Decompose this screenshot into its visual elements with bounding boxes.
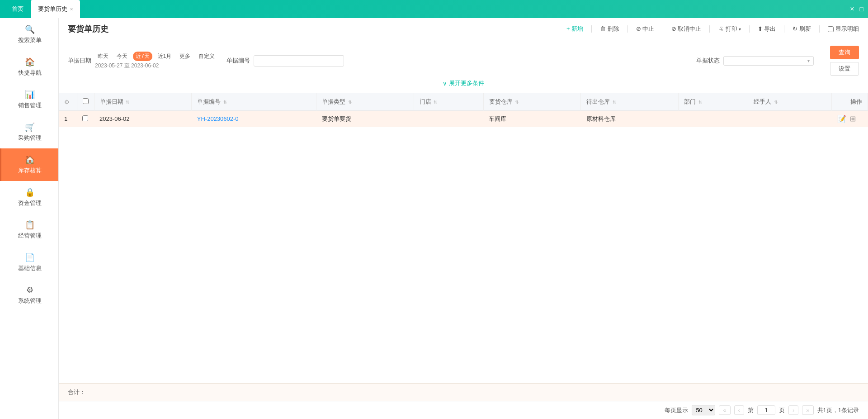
cell-order-no[interactable]: YH-20230602-0: [192, 111, 316, 127]
sidebar-item-search-menu[interactable]: 🔍 搜索菜单: [0, 18, 58, 51]
divider-2: [627, 25, 628, 33]
row-checkbox[interactable]: [82, 115, 88, 121]
sidebar-item-inventory[interactable]: 🏠 库存核算: [0, 148, 58, 181]
date-opt-today[interactable]: 今天: [114, 52, 130, 61]
date-opt-1month[interactable]: 近1月: [155, 52, 175, 61]
stop-btn[interactable]: ⊘ 中止: [636, 25, 655, 33]
sidebar-item-system[interactable]: ⚙ 系统管理: [0, 279, 58, 311]
date-opt-7days[interactable]: 近7天: [133, 52, 152, 61]
top-bar-right: × □: [850, 5, 863, 13]
cancel-stop-btn[interactable]: ⊘ 取消中止: [671, 25, 702, 33]
order-no-link[interactable]: YH-20230602-0: [197, 115, 239, 122]
cell-store: [414, 111, 483, 127]
new-btn[interactable]: + 新增: [566, 25, 583, 33]
sort-store-icon: ⇅: [434, 100, 437, 105]
search-menu-icon: 🔍: [25, 24, 35, 34]
window-close-btn[interactable]: ×: [850, 5, 854, 13]
divider-4: [709, 25, 710, 33]
sidebar-item-purchase[interactable]: 🛒 采购管理: [0, 116, 58, 148]
settings-icon[interactable]: ⚙: [64, 99, 70, 105]
order-no-input[interactable]: [254, 55, 344, 67]
sidebar: 🔍 搜索菜单 🏠 快捷导航 📊 销售管理 🛒 采购管理 🏠 库存核算 🔒 资金管…: [0, 18, 59, 419]
cell-pending-warehouse: 原材料仓库: [581, 111, 679, 127]
next-page-btn[interactable]: ›: [788, 405, 798, 415]
filter-status-item: 单据状态 ▾: [696, 56, 814, 66]
show-detail-checkbox[interactable]: 显示明细: [828, 25, 859, 33]
quick-nav-icon: 🏠: [25, 57, 35, 67]
page-label: 第: [748, 406, 754, 414]
date-opt-custom[interactable]: 自定义: [196, 52, 217, 61]
basic-info-icon: 📄: [25, 252, 35, 262]
prev-page-btn[interactable]: ‹: [734, 405, 744, 415]
purchase-icon: 🛒: [25, 122, 35, 132]
cell-dept: [679, 111, 748, 127]
select-all-checkbox[interactable]: [83, 98, 89, 104]
filter-date-options: 昨天 今天 近7天 近1月 更多 自定义: [95, 52, 217, 61]
close-tab-icon[interactable]: ×: [70, 6, 73, 12]
detail-icon[interactable]: ⊞: [850, 114, 856, 123]
cell-type: 要货单要货: [316, 111, 414, 127]
date-opt-more[interactable]: 更多: [177, 52, 193, 61]
col-type: 单据类型 ⇅: [316, 93, 414, 111]
order-no-label: 单据编号: [226, 57, 250, 65]
divider-1: [591, 25, 592, 33]
sort-order-no-icon: ⇅: [223, 100, 227, 105]
col-index: ⚙: [59, 93, 77, 111]
col-action: 操作: [832, 93, 868, 111]
pagination-bar: 每页显示 10 20 50 100 « ‹ 第 页 › » 共1页，1条记录: [59, 401, 868, 419]
page-size-label: 每页显示: [665, 406, 688, 414]
expand-more-btn[interactable]: ∨ 展开更多条件: [68, 79, 859, 87]
col-store: 门店 ⇅: [414, 93, 483, 111]
tab-home[interactable]: 首页: [5, 0, 31, 18]
col-handler: 经手人 ⇅: [748, 93, 832, 111]
main-layout: 🔍 搜索菜单 🏠 快捷导航 📊 销售管理 🛒 采购管理 🏠 库存核算 🔒 资金管…: [0, 18, 868, 419]
sidebar-item-finance[interactable]: 🔒 资金管理: [0, 181, 58, 214]
export-btn[interactable]: ⬆ 导出: [758, 25, 776, 33]
expand-chevron-icon: ∨: [443, 80, 447, 87]
header-actions: + 新增 🗑 删除 ⊘ 中止 ⊘ 取消中止 🖨 打印 ▾ ⬆ 导出 ↻ 刷新: [566, 25, 859, 33]
sidebar-item-operation[interactable]: 📋 经营管理: [0, 214, 58, 246]
edit-icon[interactable]: 📝: [837, 114, 846, 123]
cell-date: 2023-06-02: [94, 111, 192, 127]
sidebar-item-sales[interactable]: 📊 销售管理: [0, 83, 58, 116]
page-end-label: 页: [779, 406, 785, 414]
sort-date-icon: ⇅: [126, 100, 129, 105]
page-size-select[interactable]: 10 20 50 100: [692, 405, 715, 415]
sort-req-wh-icon: ⇅: [515, 100, 519, 105]
show-detail-input[interactable]: [828, 26, 834, 32]
cell-req-warehouse: 车间库: [483, 111, 581, 127]
cell-action: 📝 ⊞: [832, 111, 868, 127]
total-info: 共1页，1条记录: [817, 406, 859, 414]
filter-date-item: 单据日期 昨天 今天 近7天 近1月 更多 自定义 2023-05-27 至 2…: [68, 52, 217, 70]
operation-icon: 📋: [25, 220, 35, 230]
page-header: 要货单历史 + 新增 🗑 删除 ⊘ 中止 ⊘ 取消中止 🖨 打印 ▾ ⬆ 导出 …: [59, 18, 868, 40]
col-dept: 部门 ⇅: [679, 93, 748, 111]
last-page-btn[interactable]: »: [802, 405, 813, 415]
col-order-no: 单据编号 ⇅: [192, 93, 316, 111]
status-select[interactable]: ▾: [723, 56, 814, 66]
sort-handler-icon: ⇅: [774, 100, 778, 105]
window-maximize-btn[interactable]: □: [860, 5, 863, 13]
print-chevron-icon: ▾: [739, 27, 741, 32]
sidebar-item-basic-info[interactable]: 📄 基础信息: [0, 246, 58, 279]
filter-area: 单据日期 昨天 今天 近7天 近1月 更多 自定义 2023-05-27 至 2…: [59, 40, 868, 93]
page-input[interactable]: [757, 405, 775, 415]
tab-order-history[interactable]: 要货单历史 ×: [31, 0, 80, 18]
sidebar-item-quick-nav[interactable]: 🏠 快捷导航: [0, 51, 58, 83]
table-footer: 合计：: [59, 383, 868, 401]
setting-button[interactable]: 设置: [830, 62, 859, 76]
date-opt-yesterday[interactable]: 昨天: [95, 52, 111, 61]
sort-type-icon: ⇅: [348, 100, 352, 105]
delete-btn[interactable]: 🗑 删除: [600, 25, 619, 33]
action-icons: 📝 ⊞: [837, 114, 863, 123]
date-range-display: 2023-05-27 至 2023-06-02: [95, 62, 217, 70]
query-button[interactable]: 查询: [830, 46, 859, 59]
first-page-btn[interactable]: «: [719, 405, 730, 415]
filter-order-no-item: 单据编号: [226, 55, 344, 67]
refresh-btn[interactable]: ↻ 刷新: [793, 25, 811, 33]
cell-checkbox: [77, 111, 94, 127]
col-pending-warehouse: 待出仓库 ⇅: [581, 93, 679, 111]
table-area: ⚙ 单据日期 ⇅ 单据编号 ⇅: [59, 93, 868, 383]
page-title: 要货单历史: [68, 24, 108, 34]
print-btn[interactable]: 🖨 打印 ▾: [718, 25, 741, 33]
